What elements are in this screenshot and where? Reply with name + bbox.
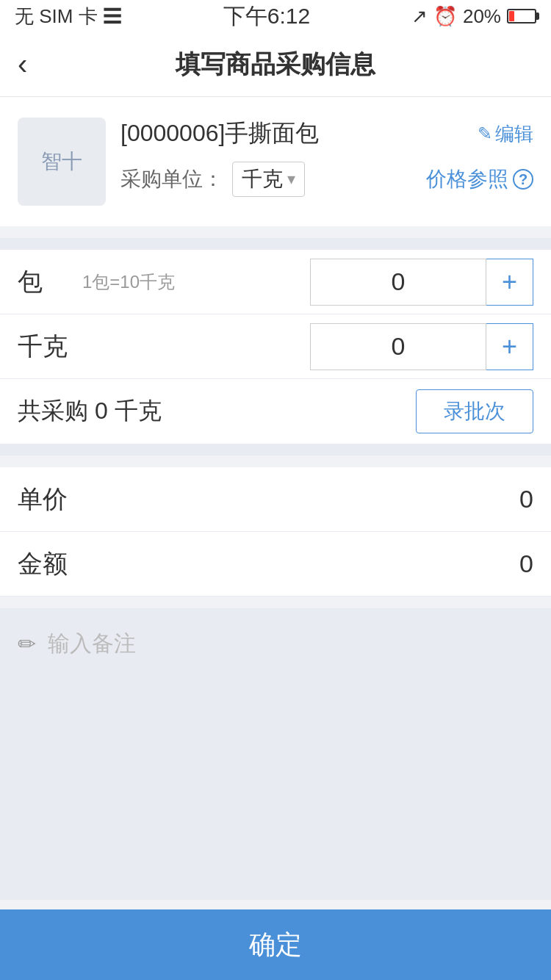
- product-name: [0000006]手撕面包: [120, 118, 319, 150]
- unit-selector[interactable]: 采购单位： 千克 ▾: [120, 162, 305, 197]
- back-button[interactable]: ‹: [18, 48, 27, 81]
- product-card: 智十 [0000006]手撕面包 ✎ 编辑 采购单位： 千克 ▾: [0, 97, 551, 226]
- product-name-row: [0000006]手撕面包 ✎ 编辑: [120, 118, 533, 150]
- total-row: 共采购 0 千克 录批次: [0, 379, 551, 444]
- package-input[interactable]: [310, 259, 486, 306]
- batch-button[interactable]: 录批次: [416, 389, 533, 433]
- pencil-icon: ✏: [18, 631, 36, 657]
- unit-value: 千克: [242, 165, 283, 193]
- package-plus-button[interactable]: +: [486, 259, 533, 306]
- status-right: ↗ ⏰ 20%: [411, 5, 536, 28]
- product-info: [0000006]手撕面包 ✎ 编辑 采购单位： 千克 ▾ 价格参照 ?: [120, 118, 533, 197]
- divider-2: [0, 444, 551, 455]
- info-icon: ?: [513, 169, 533, 190]
- kg-input[interactable]: [310, 323, 486, 370]
- kg-label: 千克: [18, 330, 76, 364]
- status-bar: 无 SIM 卡 ☰ 下午6:12 ↗ ⏰ 20%: [0, 0, 551, 32]
- price-info-section: 单价 0 金额 0: [0, 467, 551, 597]
- kg-plus-button[interactable]: +: [486, 323, 533, 370]
- unit-price-label: 单价: [18, 483, 68, 516]
- total-label: 共采购 0 千克: [18, 395, 162, 428]
- product-unit-row: 采购单位： 千克 ▾ 价格参照 ?: [120, 162, 533, 197]
- location-icon: ↗: [411, 5, 428, 28]
- product-image-placeholder: 智十: [41, 149, 82, 174]
- note-section[interactable]: ✏ 输入备注: [0, 608, 551, 680]
- status-time: 下午6:12: [223, 1, 310, 32]
- unit-price-row: 单价 0: [0, 467, 551, 532]
- page-title: 填写商品采购信息: [176, 48, 375, 82]
- package-label: 包: [18, 265, 76, 299]
- battery-percent: 20%: [463, 5, 501, 28]
- status-left: 无 SIM 卡 ☰: [15, 4, 122, 29]
- kg-row: 千克 +: [0, 314, 551, 379]
- nav-bar: ‹ 填写商品采购信息: [0, 32, 551, 97]
- confirm-button[interactable]: 确定: [0, 909, 551, 980]
- input-section: 包 1包=10千克 + 千克 + 共采购 0 千克 录批次: [0, 250, 551, 444]
- edit-label: 编辑: [495, 121, 533, 147]
- alarm-icon: ⏰: [433, 5, 457, 28]
- chevron-down-icon: ▾: [287, 170, 295, 189]
- amount-row: 金额 0: [0, 532, 551, 597]
- price-reference-button[interactable]: 价格参照 ?: [426, 165, 533, 193]
- unit-label: 采购单位：: [120, 165, 223, 193]
- product-image: 智十: [18, 118, 106, 206]
- edit-icon: ✎: [478, 123, 492, 144]
- empty-space: [0, 680, 551, 900]
- package-sublabel: 1包=10千克: [82, 270, 310, 294]
- unit-dropdown[interactable]: 千克 ▾: [232, 162, 305, 197]
- package-input-group: +: [310, 259, 533, 306]
- kg-input-group: +: [310, 323, 533, 370]
- package-row: 包 1包=10千克 +: [0, 250, 551, 314]
- amount-value: 0: [519, 550, 533, 578]
- price-ref-label: 价格参照: [426, 165, 508, 193]
- divider-1: [0, 238, 551, 250]
- amount-label: 金额: [18, 547, 68, 581]
- battery-icon: [507, 9, 536, 24]
- edit-button[interactable]: ✎ 编辑: [478, 121, 533, 147]
- unit-price-value: 0: [519, 485, 533, 514]
- note-placeholder: 输入备注: [48, 629, 136, 659]
